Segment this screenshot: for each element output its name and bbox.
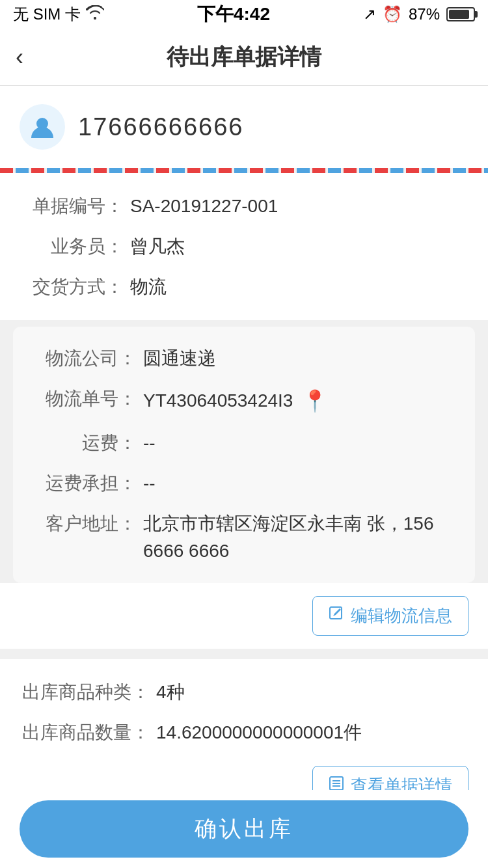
goods-types-row: 出库商品种类： 4种 <box>20 679 468 706</box>
goods-section: 出库商品种类： 4种 出库商品数量： 14.6200000000000001件 <box>0 659 488 759</box>
dashed-divider <box>0 168 488 173</box>
edit-logistics-btn-wrap: 编辑物流信息 <box>0 583 488 649</box>
freight-bearer-row: 运费承担： -- <box>33 470 455 497</box>
freight-bearer-label: 运费承担： <box>33 470 137 497</box>
freight-value: -- <box>143 429 455 457</box>
order-number-value: SA-20191227-001 <box>130 193 468 220</box>
alarm-icon: ⏰ <box>383 5 402 23</box>
battery-percent: 87% <box>409 5 440 23</box>
carrier-label: 无 SIM 卡 <box>13 4 81 25</box>
edit-logistics-label: 编辑物流信息 <box>351 604 452 627</box>
avatar <box>20 104 65 150</box>
logistics-company-value: 圆通速递 <box>143 345 455 372</box>
status-bar: 无 SIM 卡 下午4:42 ↗ ⏰ 87% <box>0 0 488 29</box>
order-number-row: 单据编号： SA-20191227-001 <box>20 193 468 220</box>
goods-quantity-row: 出库商品数量： 14.6200000000000001件 <box>20 719 468 746</box>
staff-label: 业务员： <box>20 233 124 260</box>
goods-types-value: 4种 <box>156 679 468 706</box>
basic-info-section: 单据编号： SA-20191227-001 业务员： 曾凡杰 交货方式： 物流 <box>0 173 488 320</box>
page-content: 17666666666 单据编号： SA-20191227-001 业务员： 曾… <box>0 86 488 868</box>
page-title: 待出库单据详情 <box>167 42 321 72</box>
logistics-tracking-row: 物流单号： YT43064053424I3 📍 <box>33 385 455 416</box>
goods-quantity-value: 14.6200000000000001件 <box>156 719 468 746</box>
order-number-label: 单据编号： <box>20 193 124 220</box>
edit-icon <box>329 606 344 626</box>
wifi-icon <box>86 5 104 23</box>
logistics-tracking-value: YT43064053424I3 📍 <box>143 385 455 416</box>
status-left: 无 SIM 卡 <box>13 4 104 25</box>
confirm-label: 确认出库 <box>195 814 293 844</box>
delivery-method-row: 交货方式： 物流 <box>20 273 468 301</box>
map-pin-icon[interactable]: 📍 <box>302 385 328 416</box>
delivery-method-value: 物流 <box>130 273 468 301</box>
goods-types-label: 出库商品种类： <box>20 679 150 706</box>
logistics-tracking-label: 物流单号： <box>33 385 137 413</box>
freight-label: 运费： <box>33 429 137 457</box>
logistics-company-row: 物流公司： 圆通速递 <box>33 345 455 372</box>
address-value: 北京市市辖区海淀区永丰南 张，156 6666 6666 <box>143 510 455 565</box>
staff-value: 曾凡杰 <box>130 233 468 260</box>
status-right: ↗ ⏰ 87% <box>363 5 475 23</box>
back-button[interactable]: ‹ <box>16 44 23 71</box>
address-label: 客户地址： <box>33 510 137 537</box>
confirm-btn-wrap: 确认出库 <box>0 790 488 868</box>
goods-quantity-label: 出库商品数量： <box>20 719 150 746</box>
location-icon: ↗ <box>363 5 376 23</box>
address-row: 客户地址： 北京市市辖区海淀区永丰南 张，156 6666 6666 <box>33 510 455 565</box>
nav-bar: ‹ 待出库单据详情 <box>0 29 488 86</box>
status-time: 下午4:42 <box>197 2 270 27</box>
logistics-company-label: 物流公司： <box>33 345 137 372</box>
edit-logistics-button[interactable]: 编辑物流信息 <box>312 596 468 636</box>
customer-section: 17666666666 <box>0 86 488 168</box>
logistics-card: 物流公司： 圆通速递 物流单号： YT43064053424I3 📍 运费： -… <box>13 327 475 583</box>
staff-row: 业务员： 曾凡杰 <box>20 233 468 260</box>
confirm-button[interactable]: 确认出库 <box>20 800 468 858</box>
customer-phone: 17666666666 <box>78 113 243 141</box>
freight-bearer-value: -- <box>143 470 455 497</box>
delivery-method-label: 交货方式： <box>20 273 124 301</box>
back-icon: ‹ <box>16 44 23 70</box>
section-separator <box>0 649 488 659</box>
battery-icon <box>446 7 475 21</box>
freight-row: 运费： -- <box>33 429 455 457</box>
